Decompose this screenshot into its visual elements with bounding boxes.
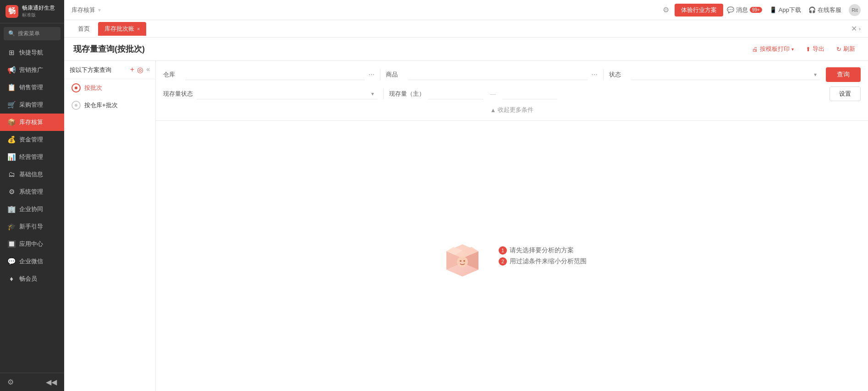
service-button[interactable]: 🎧 在线客服: [808, 6, 841, 14]
svg-point-9: [460, 260, 461, 262]
refresh-label: 刷新: [843, 45, 855, 53]
sidebar-item-newbie[interactable]: 🎓 新手引导: [0, 218, 64, 235]
scheme-inactive-icon: [71, 101, 81, 110]
status-select[interactable]: ▾: [631, 70, 820, 80]
sidebar-item-quick-nav[interactable]: ⊞ 快捷导航: [0, 44, 64, 61]
collapse-filter-button[interactable]: ▲ 收起更多条件: [163, 106, 861, 114]
sidebar-item-operations[interactable]: 📊 经营管理: [0, 148, 64, 166]
tab-home[interactable]: 首页: [71, 22, 96, 36]
scheme-batch[interactable]: 按批次: [64, 79, 155, 97]
step2-text: 用过滤条件来缩小分析范围: [510, 257, 587, 266]
breadcrumb-arrow-icon: ▾: [98, 7, 101, 13]
stock-qty-min[interactable]: [429, 88, 483, 99]
app-info: 畅康通好生意 标准版: [22, 5, 55, 18]
page-title: 现存量查询(按批次): [73, 43, 145, 54]
empty-text: 1 请先选择要分析的方案 2 用过滤条件来缩小分析范围: [499, 244, 587, 268]
sidebar-item-appstore[interactable]: 🔲 应用中心: [0, 235, 64, 253]
right-panel: 仓库 ··· 商品 ··· 状态: [156, 61, 868, 391]
filter-separator-2: [603, 69, 604, 80]
app-version: 标准版: [22, 12, 55, 18]
product-label: 商品: [386, 71, 404, 79]
sidebar-item-label: 企业协同: [19, 205, 43, 213]
user-avatar[interactable]: Rit: [849, 4, 861, 16]
toggle-sidebar-icon[interactable]: ◀◀: [46, 378, 57, 386]
wechat-icon: 💬: [7, 257, 16, 266]
sidebar-item-label: 系统管理: [19, 188, 43, 196]
sidebar-item-purchase[interactable]: 🛒 采购管理: [0, 96, 64, 114]
query-button[interactable]: 查询: [826, 67, 861, 82]
export-icon: ⬆: [806, 46, 811, 53]
left-panel: 按以下方案查询 + ◎ « 按批次: [64, 61, 156, 391]
sidebar-item-member[interactable]: ♦ 畅会员: [0, 270, 64, 288]
system-icon: ⚙: [7, 188, 16, 196]
member-icon: ♦: [7, 275, 16, 282]
product-filter: 商品 ···: [386, 69, 597, 80]
sidebar-item-label: 资金管理: [19, 136, 43, 144]
print-arrow-icon: ▾: [791, 47, 794, 52]
trial-button[interactable]: 体验行业方案: [675, 4, 723, 16]
warehouse-input[interactable]: [185, 69, 365, 80]
left-panel-actions: + ◎ «: [130, 65, 150, 74]
purchase-icon: 🛒: [7, 101, 16, 109]
warehouse-label: 仓库: [163, 71, 181, 79]
search-icon: 🔍: [8, 30, 15, 37]
sidebar-item-label: 库存核算: [19, 118, 43, 126]
sidebar-item-inventory[interactable]: 📦 库存核算: [0, 114, 64, 131]
sidebar-item-system[interactable]: ⚙ 系统管理: [0, 183, 64, 201]
sidebar-search[interactable]: 🔍 搜索菜单: [4, 27, 60, 40]
topbar-gear-icon[interactable]: ⚙: [661, 4, 671, 16]
app-download-button[interactable]: 📱 App下载: [769, 6, 801, 14]
sidebar-item-sales[interactable]: 📋 销售管理: [0, 79, 64, 96]
sidebar-footer: ⚙ ◀◀: [0, 373, 64, 391]
sidebar-item-enterprise[interactable]: 🏢 企业协同: [0, 201, 64, 218]
stock-qty-dash: —: [487, 91, 499, 98]
add-scheme-button[interactable]: +: [130, 65, 134, 74]
tab-close-icon[interactable]: ×: [137, 26, 140, 32]
filter-area: 仓库 ··· 商品 ··· 状态: [156, 61, 868, 121]
warehouse-more-icon[interactable]: ···: [368, 71, 374, 79]
stock-status-select[interactable]: ▾: [197, 89, 378, 99]
filter-separator-3: [383, 88, 384, 99]
breadcrumb-text[interactable]: 库存核算: [71, 6, 95, 14]
sidebar-item-label: 营销推广: [19, 66, 43, 74]
topbar-right: 💬 消息 99+ 📱 App下载 🎧 在线客服 Rit: [727, 4, 861, 16]
sidebar-item-finance[interactable]: 💰 资金管理: [0, 131, 64, 148]
product-more-icon[interactable]: ···: [591, 71, 597, 79]
warehouse-filter: 仓库 ···: [163, 69, 374, 80]
status-filter: 状态 ▾: [609, 70, 820, 80]
basics-icon: 🗂: [7, 170, 16, 178]
export-button[interactable]: ⬆ 导出: [802, 43, 828, 55]
left-panel-title: 按以下方案查询: [70, 66, 111, 74]
sidebar-item-label: 快捷导航: [19, 49, 43, 57]
print-label: 按模板打印: [760, 45, 790, 53]
stock-status-arrow-icon: ▾: [371, 91, 374, 97]
sidebar-item-wechat[interactable]: 💬 企业微信: [0, 253, 64, 270]
collapse-icon: ▲: [490, 107, 496, 114]
message-icon: 💬: [727, 6, 734, 13]
product-input[interactable]: [408, 69, 588, 80]
main-area: 库存核算 ▾ ⚙ 体验行业方案 💬 消息 99+ 📱 App下载 🎧 在线客服 …: [64, 0, 868, 391]
stock-qty-max[interactable]: [502, 88, 557, 99]
tabs-close-all-button[interactable]: ✕: [851, 24, 857, 33]
collapse-panel-button[interactable]: «: [146, 65, 150, 74]
sidebar-item-marketing[interactable]: 📢 营销推广: [0, 61, 64, 79]
messages-button[interactable]: 💬 消息 99+: [727, 6, 762, 14]
scheme-warehouse-batch[interactable]: 按仓库+批次: [64, 97, 155, 114]
filter-row-1: 仓库 ··· 商品 ··· 状态: [163, 67, 861, 82]
svg-point-0: [75, 87, 77, 89]
service-label: 在线客服: [818, 6, 841, 14]
messages-label: 消息: [736, 6, 748, 14]
sidebar-item-basics[interactable]: 🗂 基础信息: [0, 166, 64, 183]
svg-point-1: [75, 104, 77, 107]
settings-button[interactable]: 设置: [830, 87, 861, 101]
tabs-right-icon[interactable]: ›: [859, 25, 861, 32]
scheme-settings-button[interactable]: ◎: [137, 65, 143, 74]
settings-icon[interactable]: ⚙: [7, 378, 14, 386]
scheme-active-icon: [71, 83, 81, 92]
tab-inventory-batch[interactable]: 库存批次账 ×: [98, 22, 146, 36]
refresh-button[interactable]: ↻ 刷新: [833, 43, 859, 55]
newbie-icon: 🎓: [7, 223, 16, 231]
marketing-icon: 📢: [7, 66, 16, 74]
print-button[interactable]: 🖨 按模板打印 ▾: [748, 43, 797, 55]
stock-status-filter: 现存量状态 ▾: [163, 89, 378, 99]
